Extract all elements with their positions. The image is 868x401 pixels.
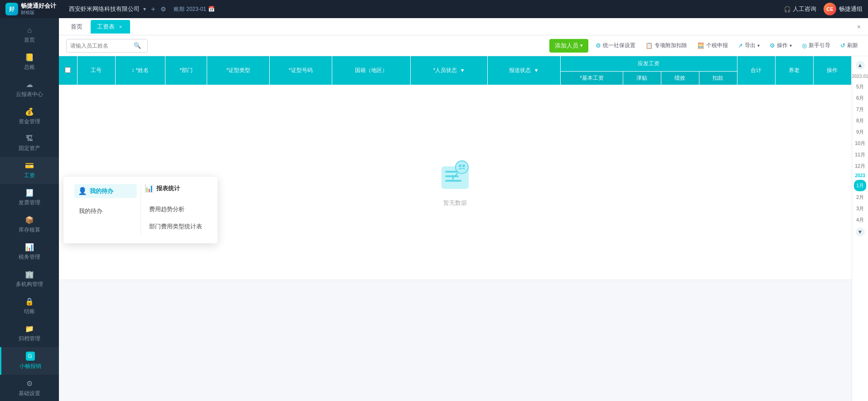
timeline-month-7[interactable]: 7月 — [852, 104, 868, 115]
tab-close-all-button[interactable]: × — [855, 21, 863, 32]
popup-col-pending: 👤 我的待办 我的待办 — [71, 184, 141, 236]
company-dropdown-icon[interactable]: ▾ — [143, 6, 146, 12]
timeline-month-2[interactable]: 2月 — [852, 192, 868, 203]
timeline-month-11[interactable]: 11月 — [852, 149, 868, 160]
special-deduct-button[interactable]: 📋 专项附加扣除 — [643, 40, 690, 51]
refresh-button[interactable]: ↺ 刷新 — [838, 40, 861, 51]
close-accounts-icon: 🔒 — [25, 297, 34, 306]
popup-item-expense-trend[interactable]: 费用趋势分析 — [145, 202, 207, 217]
svg-point-4 — [456, 161, 468, 174]
sidebar: ⌂ 首页 📒 总账 ☁ 云报表中心 💰 资金管理 🏗 固定资产 💳 工资 🧾 发… — [0, 18, 59, 401]
sidebar-item-basic[interactable]: ⚙ 基础设置 — [0, 375, 59, 401]
col-name-header: ↕ *姓名 — [115, 56, 165, 85]
col-person-status-header: *人员状态 ▼ — [411, 56, 488, 85]
right-timeline: ▲ 2023.01 5月 6月 7月 8月 9月 10月 11月 12月 202… — [852, 56, 868, 401]
user-menu[interactable]: CE 畅捷通组 — [824, 3, 863, 15]
sidebar-item-fund[interactable]: 💰 资金管理 — [0, 103, 59, 130]
add-company-button[interactable]: ＋ — [150, 5, 157, 14]
popup-col-reports: 📊 报表统计 费用趋势分析 部门费用类型统计表 — [141, 184, 211, 236]
sidebar-item-tax[interactable]: 📊 税务管理 — [0, 238, 59, 266]
operate-button[interactable]: ⚙ 操作 ▾ — [767, 40, 795, 51]
col-nationality-header: 国籍（地区） — [332, 56, 411, 85]
invoice-icon: 🧾 — [25, 188, 34, 197]
tax-icon: 📊 — [25, 243, 34, 251]
svg-rect-2 — [445, 175, 459, 177]
operate-icon: ⚙ — [770, 42, 775, 49]
timeline-month-10[interactable]: 10月 — [852, 138, 868, 149]
sidebar-item-close[interactable]: 🔒 结账 — [0, 293, 59, 320]
sidebar-item-invoice[interactable]: 🧾 发票管理 — [0, 184, 59, 211]
timeline-year-2023: 2023 — [852, 172, 868, 179]
col-salary-group-header: 应发工资 — [561, 56, 737, 72]
reports-heading-icon: 📊 — [145, 184, 154, 193]
company-settings-icon[interactable]: ⚙ — [160, 5, 166, 13]
sidebar-item-home[interactable]: ⌂ 首页 — [0, 22, 59, 48]
col-base-salary-header: *基本工资 — [561, 72, 623, 85]
tab-bar: 首页 工资表 × × — [59, 18, 868, 35]
sidebar-item-cloud[interactable]: ☁ 云报表中心 — [0, 76, 59, 103]
popup-item-my-pending[interactable]: 我的待办 — [74, 203, 137, 219]
customer-service-button[interactable]: 🎧 人工咨询 — [784, 5, 816, 13]
avatar: CE — [824, 3, 836, 15]
col-checkbox-header — [59, 56, 77, 85]
timeline-month-8[interactable]: 8月 — [852, 115, 868, 126]
basic-settings-icon: ⚙ — [26, 379, 33, 388]
sidebar-item-asset[interactable]: 🏗 固定资产 — [0, 130, 59, 157]
social-insurance-button[interactable]: ⚙ 统一社保设置 — [593, 40, 638, 51]
col-operate-col-header: 操作 — [813, 56, 851, 85]
popup-heading-pending[interactable]: 👤 我的待办 — [74, 184, 137, 198]
select-all-checkbox[interactable] — [65, 67, 71, 73]
toolbar: 🔍 添加人员 ▾ ⚙ 统一社保设置 📋 专项附加扣除 🧮 个税申报 — [59, 35, 868, 56]
top-header: 好 畅捷通好会计 财税版 西安虾米网络科技有限公司 ▾ ＋ ⚙ 账期 2023-… — [0, 0, 868, 18]
header-company: 西安虾米网络科技有限公司 ▾ ＋ ⚙ 账期 2023-01 📅 — [69, 5, 215, 14]
operate-dropdown-icon: ▾ — [790, 43, 792, 48]
timeline-month-12[interactable]: 12月 — [852, 160, 868, 172]
col-total-header: 合计 — [737, 56, 775, 85]
salary-icon: 💳 — [25, 161, 34, 170]
cloud-icon: ☁ — [26, 80, 33, 89]
add-person-label: 添加人员 — [555, 42, 578, 50]
tax-report-icon: 🧮 — [697, 42, 704, 49]
guide-action-icon: ◎ — [802, 42, 807, 49]
export-button[interactable]: ↗ 导出 ▾ — [735, 40, 762, 51]
timeline-month-9[interactable]: 9月 — [852, 126, 868, 138]
popup-item-dept-expense[interactable]: 部门费用类型统计表 — [145, 219, 207, 234]
fund-icon: 💰 — [25, 107, 34, 116]
popup-heading-reports[interactable]: 📊 报表统计 — [145, 184, 207, 196]
timeline-month-6[interactable]: 6月 — [852, 92, 868, 104]
company-name: 西安虾米网络科技有限公司 — [69, 5, 140, 13]
search-input[interactable] — [70, 43, 134, 49]
sidebar-item-archive[interactable]: 📁 归档管理 — [0, 320, 59, 347]
sidebar-item-ledger[interactable]: 📒 总账 — [0, 48, 59, 76]
timeline-nav-down[interactable]: ▼ — [856, 227, 865, 237]
tab-close-button[interactable]: × — [117, 24, 124, 30]
empty-state-icon — [437, 157, 473, 193]
sidebar-item-salary[interactable]: 💳 工资 — [0, 157, 59, 184]
timeline-month-5[interactable]: 5月 — [852, 81, 868, 92]
tax-report-button[interactable]: 🧮 个税申报 — [694, 40, 731, 51]
home-icon: ⌂ — [27, 26, 32, 34]
timeline-month-1[interactable]: 1月 — [854, 180, 866, 191]
timeline-year-label: 2023.01 — [852, 72, 868, 81]
sidebar-item-inventory[interactable]: 📦 库存核算 — [0, 211, 59, 238]
multiorg-icon: 🏢 — [25, 270, 34, 279]
asset-icon: 🏗 — [26, 135, 33, 143]
tab-home[interactable]: 首页 — [64, 20, 89, 34]
table-group-header-row: 工号 ↕ *姓名 *部门 *证型类型 *证型号码 国籍（地区） *人员状态 ▼ — [59, 56, 852, 72]
calendar-icon[interactable]: 📅 — [208, 6, 215, 12]
export-icon: ↗ — [738, 42, 743, 49]
inventory-icon: 📦 — [25, 216, 34, 224]
tab-salary-table[interactable]: 工资表 × — [91, 20, 130, 34]
timeline-month-4[interactable]: 4月 — [852, 214, 868, 226]
search-icon[interactable]: 🔍 — [134, 42, 141, 49]
ledger-icon: 📒 — [25, 53, 34, 62]
timeline-month-3[interactable]: 3月 — [852, 203, 868, 214]
guide-button[interactable]: ◎ 新手引导 — [799, 40, 833, 51]
archive-icon: 📁 — [25, 324, 34, 333]
sidebar-item-xiaochang[interactable]: G 小畅报销 — [0, 347, 59, 375]
logo-icon: 好 — [5, 3, 18, 15]
add-person-button[interactable]: 添加人员 ▾ — [549, 39, 588, 53]
timeline-nav-up[interactable]: ▲ — [856, 61, 865, 70]
col-performance-header: 绩效 — [661, 72, 699, 85]
sidebar-item-multiorg[interactable]: 🏢 多机构管理 — [0, 266, 59, 293]
